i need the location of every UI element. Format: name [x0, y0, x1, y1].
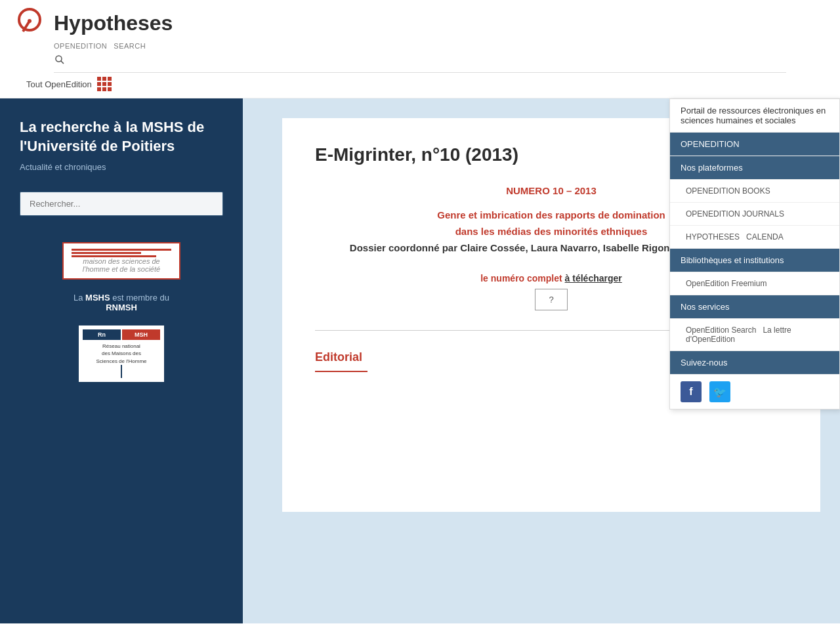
member-rnmsh: RNMSH	[106, 303, 137, 312]
search-input[interactable]	[20, 192, 223, 216]
dropdown-openedition[interactable]: OPENEDITION	[670, 133, 839, 156]
rnmsh-logo: Rn MSH Réseau nationaldes Maisons desSci…	[79, 326, 164, 382]
member-mshs: MSHS	[85, 293, 110, 303]
openedition-link[interactable]: OPENEDITION	[54, 42, 107, 50]
dropdown-freemium[interactable]: OpenEdition Freemium	[670, 272, 839, 295]
dropdown-portail: Portail de ressources électroniques en s…	[670, 99, 839, 133]
svg-line-4	[61, 61, 64, 64]
dropdown-suivez-nous[interactable]: Suivez-nous	[670, 351, 839, 375]
dropdown-bibliotheques[interactable]: Bibliothèques et institutions	[670, 249, 839, 272]
member-pre: La	[74, 293, 85, 303]
dropdown-nos-plateformes[interactable]: Nos plateformes	[670, 156, 839, 180]
dropdown-oe-books[interactable]: OPENEDITION BOOKS	[670, 180, 839, 203]
member-text: La MSHS est membre du RNMSH	[74, 293, 169, 312]
twitter-icon[interactable]: 🐦	[709, 381, 730, 402]
hypotheses-logo-icon	[13, 7, 46, 39]
search-link[interactable]: SEARCH	[114, 42, 146, 50]
member-mid: est membre du	[112, 293, 169, 303]
tout-openedition[interactable]: Tout OpenEdition	[13, 77, 827, 91]
download-btn[interactable]: ?	[535, 289, 567, 310]
section-bar	[315, 371, 368, 372]
tout-openedition-label: Tout OpenEdition	[26, 79, 92, 89]
sidebar-title: La recherche à la MSHS de l'Université d…	[20, 118, 223, 156]
content-area: E-Migrinter, n°10 (2013) NUMERO 10 – 201…	[243, 98, 840, 623]
svg-point-3	[56, 56, 62, 62]
search-icon[interactable]	[54, 54, 66, 66]
dropdown-social: f 🐦	[670, 375, 839, 409]
rnmsh-text: Réseau nationaldes Maisons desSciences d…	[83, 343, 160, 365]
download-link-text[interactable]: le numéro complet	[480, 273, 562, 284]
dropdown-nos-services[interactable]: Nos services	[670, 295, 839, 319]
dropdown-oe-journals[interactable]: OPENEDITION JOURNALS	[670, 203, 839, 226]
top-header: Hypotheses OPENEDITION SEARCH Tout OpenE…	[0, 0, 840, 98]
download-telecharger[interactable]: à télécharger	[565, 273, 622, 284]
header-divider	[54, 72, 786, 73]
main-layout: La recherche à la MSHS de l'Université d…	[0, 98, 840, 623]
mshs-logo-caption: maison des sciences de l'homme et de la …	[72, 257, 171, 273]
sub-nav: OPENEDITION SEARCH	[13, 42, 827, 50]
sidebar-subtitle: Actualité et chroniques	[20, 162, 223, 172]
dropdown-oe-search: OpenEdition Search La lettre d'OpenEditi…	[670, 319, 839, 351]
mshs-logo: maison des sciences de l'homme et de la …	[62, 242, 180, 280]
dropdown-overlay: Portail de ressources électroniques en s…	[669, 98, 840, 410]
left-sidebar: La recherche à la MSHS de l'Université d…	[0, 98, 243, 623]
logo-text: Hypotheses	[54, 11, 173, 35]
dropdown-hypotheses[interactable]: HYPOTHESES CALENDA	[670, 226, 839, 249]
search-icon-row	[13, 54, 827, 68]
logo-area: Hypotheses	[13, 7, 827, 39]
facebook-icon[interactable]: f	[681, 381, 702, 402]
svg-point-2	[28, 19, 32, 23]
grid-icon	[97, 77, 112, 91]
